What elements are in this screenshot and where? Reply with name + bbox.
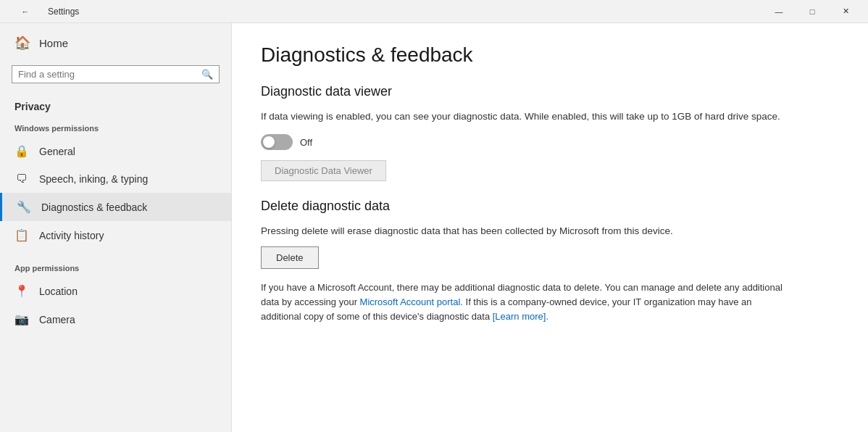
sidebar-item-home[interactable]: 🏠 Home xyxy=(0,23,231,62)
viewer-section-heading: Diagnostic data viewer xyxy=(261,84,839,99)
sidebar-item-general[interactable]: 🔒 General xyxy=(0,137,231,165)
sidebar: 🏠 Home 🔍 Privacy Windows permissions 🔒 G… xyxy=(0,23,232,432)
maximize-button[interactable]: □ xyxy=(796,0,829,23)
close-button[interactable]: ✕ xyxy=(829,0,862,23)
sidebar-item-camera-label: Camera xyxy=(39,314,75,325)
activity-icon: 📋 xyxy=(14,228,29,242)
sidebar-item-diagnostics[interactable]: 🔧 Diagnostics & feedback xyxy=(0,193,231,221)
camera-icon: 📷 xyxy=(14,312,29,326)
windows-permissions-label: Windows permissions xyxy=(0,118,231,137)
sidebar-item-general-label: General xyxy=(39,146,75,157)
delete-button[interactable]: Delete xyxy=(261,246,319,269)
speech-icon: 🗨 xyxy=(14,173,29,186)
app-permissions-label: App permissions xyxy=(0,258,231,277)
home-icon: 🏠 xyxy=(14,35,30,51)
location-icon: 📍 xyxy=(14,284,29,298)
viewer-toggle-row: Off xyxy=(261,134,839,150)
content-area: Diagnostics & feedback Diagnostic data v… xyxy=(232,23,868,432)
search-icon: 🔍 xyxy=(201,69,213,80)
minimize-button[interactable]: — xyxy=(762,0,796,23)
sidebar-item-camera[interactable]: 📷 Camera xyxy=(0,305,231,333)
delete-section-heading: Delete diagnostic data xyxy=(261,199,839,214)
titlebar-controls: — □ ✕ xyxy=(762,0,862,23)
privacy-label: Privacy xyxy=(0,92,231,118)
learn-more-link[interactable]: [Learn more]. xyxy=(493,311,548,322)
search-box: 🔍 xyxy=(12,65,220,83)
sidebar-home-label: Home xyxy=(39,37,68,49)
sidebar-item-activity-label: Activity history xyxy=(39,230,104,241)
titlebar-left: ← Settings xyxy=(9,0,79,23)
titlebar: ← Settings — □ ✕ xyxy=(0,0,868,23)
titlebar-title: Settings xyxy=(48,7,79,17)
delete-extra-text: If you have a Microsoft Account, there m… xyxy=(261,281,783,324)
toggle-thumb xyxy=(263,136,275,148)
search-input[interactable] xyxy=(18,69,201,80)
viewer-toggle[interactable] xyxy=(261,134,293,150)
viewer-section-description: If data viewing is enabled, you can see … xyxy=(261,109,783,124)
sidebar-item-speech[interactable]: 🗨 Speech, inking, & typing xyxy=(0,165,231,193)
viewer-toggle-label: Off xyxy=(300,137,312,148)
app-body: 🏠 Home 🔍 Privacy Windows permissions 🔒 G… xyxy=(0,23,868,432)
sidebar-item-speech-label: Speech, inking, & typing xyxy=(39,173,148,185)
delete-section-description: Pressing delete will erase diagnostic da… xyxy=(261,224,783,238)
delete-section: Delete diagnostic data Pressing delete w… xyxy=(261,199,839,324)
page-title: Diagnostics & feedback xyxy=(261,43,839,67)
diagnostic-data-viewer-button[interactable]: Diagnostic Data Viewer xyxy=(261,160,386,181)
sidebar-item-location-label: Location xyxy=(39,286,78,297)
sidebar-item-diagnostics-label: Diagnostics & feedback xyxy=(41,202,147,213)
sidebar-item-location[interactable]: 📍 Location xyxy=(0,277,231,305)
back-button[interactable]: ← xyxy=(9,0,42,23)
microsoft-account-link[interactable]: Microsoft Account portal. xyxy=(360,296,463,307)
general-icon: 🔒 xyxy=(14,144,29,158)
diagnostics-icon: 🔧 xyxy=(17,200,31,214)
sidebar-item-activity[interactable]: 📋 Activity history xyxy=(0,221,231,249)
